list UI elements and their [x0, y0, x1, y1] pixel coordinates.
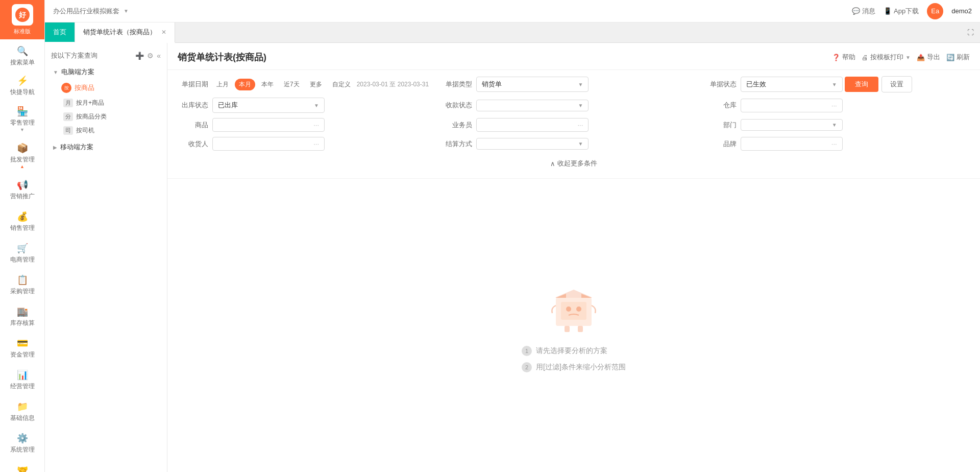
app-download-btn[interactable]: 📱 App下载 — [884, 7, 919, 16]
sidebar-item-basic[interactable]: 📁 基础信息 — [0, 396, 44, 428]
refresh-btn[interactable]: 🔄 刷新 — [946, 53, 970, 62]
tree-item-by-goods[interactable]: 按 按商品 — [45, 80, 167, 96]
app-download-label: App下载 — [894, 7, 919, 16]
tree-item-goods-category[interactable]: 分 按商品分类 — [45, 110, 167, 124]
user-name: demo2 — [951, 7, 972, 15]
help-label: 帮助 — [842, 53, 855, 62]
filter-brand-col: 品牌 ··· — [706, 137, 970, 151]
tree-mobile-schemes[interactable]: ▶ 移动端方案 — [45, 139, 167, 155]
svg-rect-7 — [578, 326, 583, 332]
sidebar-item-ecommerce[interactable]: 🛒 电商管理 — [0, 238, 44, 269]
salesperson-input[interactable]: ··· — [476, 118, 589, 132]
out-status-select[interactable]: 已出库 ▼ — [212, 98, 325, 113]
date-btn-custom[interactable]: 自定义 — [328, 79, 355, 90]
sidebar-item-finance[interactable]: 💳 资金管理 — [0, 333, 44, 364]
collect-status-select[interactable]: ▼ — [476, 100, 589, 111]
sidebar-item-wholesale-label: 批发管理 — [10, 155, 35, 164]
query-button[interactable]: 查询 — [845, 77, 878, 92]
date-range: 2023-03-01 至 2023-03-31 — [357, 80, 429, 89]
top-bar: 办公用品行业模拟账套 ▼ 💬 消息 📱 App下载 Ea demo2 — [45, 0, 980, 22]
bill-status-arrow: ▼ — [832, 82, 837, 87]
left-panel: 按以下方案查询 ➕ ⚙ « ▼ 电脑端方案 按 按商品 月 按月+商品 — [45, 43, 167, 472]
message-icon: 💬 — [852, 7, 860, 15]
bill-type-select[interactable]: 销货单 ▼ — [476, 77, 589, 92]
refresh-icon: 🔄 — [946, 54, 954, 61]
sidebar-item-sales-label: 销售管理 — [10, 224, 35, 232]
brand-input[interactable]: ··· — [741, 137, 843, 151]
filter-collect-status-col: 收款状态 ▼ — [442, 98, 705, 113]
receiver-control: ··· — [212, 137, 442, 151]
tab-home[interactable]: 首页 — [45, 22, 75, 43]
tree-item-goods-category-label: 按商品分类 — [76, 112, 107, 121]
settings-scheme-icon[interactable]: ⚙ — [147, 52, 154, 60]
sidebar: 好 标准版 🔍 搜索菜单 ⚡ 快捷导航 🏪 零售管理 ▼ 📦 批发管理 ▲ 📢 … — [0, 0, 45, 472]
tree-item-driver[interactable]: 司 按司机 — [45, 124, 167, 137]
warehouse-label: 仓库 — [706, 101, 741, 110]
goods-dots[interactable]: ··· — [313, 121, 319, 129]
logo[interactable]: 好 标准版 — [0, 0, 44, 39]
tree-item-month-goods[interactable]: 月 按月+商品 — [45, 96, 167, 110]
top-bar-right: 💬 消息 📱 App下载 Ea demo2 — [852, 3, 972, 19]
collapse-btn[interactable]: ∧ 收起更多条件 — [178, 155, 970, 172]
print-dropdown-icon[interactable]: ▼ — [905, 55, 911, 60]
message-label: 消息 — [862, 7, 875, 16]
warehouse-dots[interactable]: ··· — [831, 102, 837, 109]
sidebar-item-operations[interactable]: 📊 经营管理 — [0, 364, 44, 396]
filter-warehouse-col: 仓库 ··· — [706, 98, 970, 113]
salesperson-control: ··· — [476, 118, 705, 132]
date-control: 上月 本月 本年 近7天 更多 自定义 2023-03-01 至 2023-03… — [212, 79, 442, 90]
date-btn-year[interactable]: 本年 — [257, 79, 278, 90]
sidebar-item-sales[interactable]: 💰 销售管理 — [0, 206, 44, 238]
collapse-panel-icon[interactable]: « — [157, 52, 161, 60]
date-btn-more[interactable]: 更多 — [306, 79, 326, 90]
date-btn-last-month[interactable]: 上月 — [212, 79, 233, 90]
goods-input[interactable]: ··· — [212, 118, 325, 132]
sidebar-item-system[interactable]: ⚙️ 系统管理 — [0, 428, 44, 459]
industry-dropdown-icon[interactable]: ▼ — [124, 8, 129, 14]
user-avatar[interactable]: Ea — [927, 3, 943, 19]
bill-type-label: 单据类型 — [442, 80, 476, 89]
sidebar-item-quicknav-label: 快捷导航 — [10, 88, 35, 97]
tab-expand-btn[interactable]: ⛶ — [961, 29, 980, 36]
brand-dots[interactable]: ··· — [831, 140, 837, 148]
sidebar-item-marketing[interactable]: 📢 营销推广 — [0, 174, 44, 206]
export-btn[interactable]: 📤 导出 — [917, 53, 940, 62]
sidebar-item-retail[interactable]: 🏪 零售管理 ▼ — [0, 101, 44, 137]
sidebar-item-purchase[interactable]: 📋 采购管理 — [0, 269, 44, 301]
salesperson-dots[interactable]: ··· — [577, 121, 583, 129]
tree-pc-label: 电脑端方案 — [61, 67, 94, 77]
print-btn[interactable]: 🖨 按模板打印 ▼ — [862, 53, 911, 62]
bill-type-arrow: ▼ — [578, 82, 583, 87]
sidebar-item-cooperation[interactable]: 🤝 企业协同 — [0, 459, 44, 472]
receiver-input[interactable]: ··· — [212, 137, 325, 151]
filter-bill-status-col: 单据状态 已生效 ▼ 查询 设置 — [706, 76, 970, 92]
date-btn-current-month[interactable]: 本月 — [235, 79, 255, 90]
empty-illustration — [543, 272, 604, 334]
filter-out-status-col: 出库状态 已出库 ▼ — [178, 98, 442, 113]
bill-status-right-btns: 查询 设置 — [845, 76, 912, 92]
settings-button[interactable]: 设置 — [881, 76, 912, 92]
warehouse-input[interactable]: ··· — [741, 99, 843, 112]
goods-label: 商品 — [178, 121, 212, 130]
dept-select[interactable]: ▼ — [741, 119, 843, 131]
tree-pc-schemes[interactable]: ▼ 电脑端方案 — [45, 64, 167, 80]
payment-label: 结算方式 — [442, 139, 476, 149]
message-btn[interactable]: 💬 消息 — [852, 7, 875, 16]
filter-row-3: 商品 ··· 业务员 — [178, 118, 970, 132]
sidebar-item-inventory[interactable]: 🏬 库存核算 — [0, 301, 44, 333]
bill-status-select[interactable]: 已生效 ▼ — [741, 77, 843, 92]
receiver-dots[interactable]: ··· — [313, 140, 319, 148]
bill-status-control: 已生效 ▼ 查询 设置 — [741, 76, 970, 92]
tab-report-close-icon[interactable]: ✕ — [161, 29, 166, 36]
payment-select[interactable]: ▼ — [476, 138, 589, 150]
add-scheme-icon[interactable]: ➕ — [135, 52, 144, 60]
date-btn-7days[interactable]: 近7天 — [280, 79, 304, 90]
tab-report[interactable]: 销货单统计表（按商品） ✕ — [75, 22, 175, 43]
sales-icon: 💰 — [17, 211, 28, 222]
sidebar-item-quicknav[interactable]: ⚡ 快捷导航 — [0, 71, 44, 101]
sidebar-item-search[interactable]: 🔍 搜索菜单 — [0, 39, 44, 71]
sidebar-item-wholesale[interactable]: 📦 批发管理 ▲ — [0, 137, 44, 174]
sidebar-item-search-label: 搜索菜单 — [10, 58, 35, 67]
out-status-arrow: ▼ — [314, 103, 319, 108]
help-btn[interactable]: ❓ 帮助 — [832, 53, 855, 62]
